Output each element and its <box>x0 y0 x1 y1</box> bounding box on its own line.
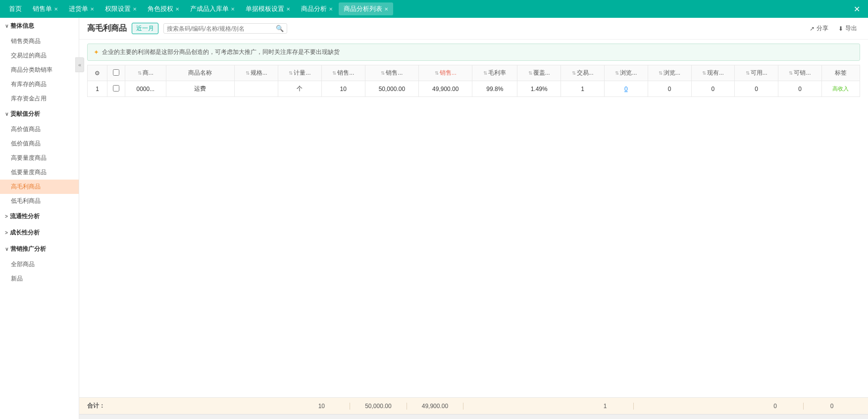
search-box: 🔍 <box>163 23 287 34</box>
col-browse2[interactable]: ⇅浏览... <box>648 65 691 81</box>
share-button[interactable]: ↗ 分享 <box>807 23 831 34</box>
cell-unit: 个 <box>278 81 322 97</box>
sidebar-group-contribution[interactable]: ∨ 贡献值分析 <box>0 106 79 122</box>
footer-cell-stock: 0 <box>747 403 804 410</box>
nav-sales[interactable]: 销售单 ✕ <box>28 2 63 15</box>
sidebar-item-high-margin[interactable]: 高毛利商品 <box>0 180 79 194</box>
content-area: 高毛利商品 近一月 🔍 ↗ 分享 ⬇ 导出 ✦ 企业的主要的利润都是这部分商品创… <box>79 18 868 419</box>
sidebar-item-high-value[interactable]: 高价值商品 <box>0 122 79 137</box>
footer-cell-transactions: 1 <box>577 403 634 410</box>
arrow-liquidity: > <box>5 214 8 219</box>
close-analysis-tab[interactable]: ✕ <box>329 6 333 12</box>
col-settings[interactable]: ⚙ <box>88 65 107 81</box>
sidebar: ∨ 整体信息 销售类商品 交易过的商品 商品分类助销率 有库存的商品 库存资金占… <box>0 18 79 419</box>
footer-cell-profit: 49,900.00 <box>407 403 464 410</box>
col-tag[interactable]: 标签 <box>821 65 860 81</box>
col-current-stock[interactable]: ⇅现有... <box>691 65 735 81</box>
sidebar-item-category-rate[interactable]: 商品分类助销率 <box>0 63 79 77</box>
nav-template[interactable]: 单据模板设置 ✕ <box>241 2 295 15</box>
row-checkbox[interactable] <box>113 85 119 92</box>
window-close-btn[interactable]: ✕ <box>850 4 864 14</box>
sidebar-item-all-goods[interactable]: 全部商品 <box>0 257 79 272</box>
sidebar-group-overall[interactable]: ∨ 整体信息 <box>0 18 79 34</box>
sidebar-item-sales-goods[interactable]: 销售类商品 <box>0 34 79 48</box>
col-checkbox[interactable] <box>107 65 125 81</box>
arrow-overall: ∨ <box>5 23 8 29</box>
search-input[interactable] <box>167 25 274 32</box>
cell-spec <box>235 81 278 97</box>
settings-icon: ⚙ <box>95 70 100 77</box>
sidebar-group-marketing[interactable]: ∨ 营销推广分析 <box>0 241 79 257</box>
sidebar-group-growth[interactable]: > 成长性分析 <box>0 225 79 241</box>
close-permissions-tab[interactable]: ✕ <box>133 6 137 12</box>
sidebar-item-stock-capital[interactable]: 库存资金占用 <box>0 92 79 106</box>
cell-browse2: 0 <box>648 81 691 97</box>
period-button[interactable]: 近一月 <box>132 23 158 34</box>
close-sales-tab[interactable]: ✕ <box>54 6 58 12</box>
cell-transactions: 1 <box>561 81 605 97</box>
cell-checkbox[interactable] <box>107 81 125 97</box>
sidebar-item-traded[interactable]: 交易过的商品 <box>0 48 79 63</box>
footer-summary: 合计： 10 50,000.00 49,900.00 1 0 0 <box>79 397 868 414</box>
table-header-row: ⚙ ⇅商... 商品名称 ⇅规格... ⇅计量... ⇅销售... ⇅销售...… <box>88 65 860 81</box>
export-button[interactable]: ⬇ 导出 <box>835 23 860 34</box>
nav-production[interactable]: 产成品入库单 ✕ <box>185 2 240 15</box>
share-icon: ↗ <box>810 25 815 32</box>
table-wrap[interactable]: ⚙ ⇅商... 商品名称 ⇅规格... ⇅计量... ⇅销售... ⇅销售...… <box>79 65 868 397</box>
nav-analysis[interactable]: 商品分析 ✕ <box>296 2 338 15</box>
table-row: 1 0000... 运费 个 10 50,000.00 49,900.00 99… <box>88 81 860 97</box>
sidebar-item-in-stock[interactable]: 有库存的商品 <box>0 77 79 92</box>
close-purchase-tab[interactable]: ✕ <box>90 6 94 12</box>
horizontal-scrollbar[interactable] <box>79 414 868 419</box>
cell-sales-profit: 49,900.00 <box>419 81 472 97</box>
cell-available: 0 <box>735 81 778 97</box>
export-icon: ⬇ <box>838 25 843 32</box>
col-sales-qty[interactable]: ⇅销售... <box>321 65 365 81</box>
col-available[interactable]: ⇅可用... <box>735 65 778 81</box>
sidebar-item-low-margin[interactable]: 低毛利商品 <box>0 194 79 208</box>
col-browse1[interactable]: ⇅浏览... <box>604 65 648 81</box>
sidebar-item-high-demand[interactable]: 高要量度商品 <box>0 151 79 165</box>
cell-sellable: 0 <box>778 81 822 97</box>
footer-cell-amount: 50,000.00 <box>350 403 407 410</box>
top-nav: 首页 销售单 ✕ 进货单 ✕ 权限设置 ✕ 角色授权 ✕ 产成品入库单 ✕ 单据… <box>0 0 868 18</box>
close-template-tab[interactable]: ✕ <box>286 6 290 12</box>
col-name[interactable]: 商品名称 <box>166 65 235 81</box>
nav-home[interactable]: 首页 <box>4 2 27 15</box>
cell-sales-qty: 10 <box>321 81 365 97</box>
sidebar-item-low-demand[interactable]: 低要量度商品 <box>0 165 79 180</box>
main-layout: ∨ 整体信息 销售类商品 交易过的商品 商品分类助销率 有库存的商品 库存资金占… <box>0 18 868 419</box>
col-transactions[interactable]: ⇅交易... <box>561 65 605 81</box>
sidebar-item-new-goods[interactable]: 新品 <box>0 272 79 286</box>
nav-purchase[interactable]: 进货单 ✕ <box>64 2 99 15</box>
cell-code[interactable]: 0000... <box>125 81 166 97</box>
sidebar-group-liquidity[interactable]: > 流通性分析 <box>0 208 79 225</box>
close-analysis-list-tab[interactable]: ✕ <box>384 6 388 12</box>
arrow-marketing: ∨ <box>5 246 8 252</box>
col-gross-margin[interactable]: ⇅毛利率 <box>472 65 517 81</box>
nav-roles[interactable]: 角色授权 ✕ <box>143 2 184 15</box>
nav-analysis-list[interactable]: 商品分析列表 ✕ <box>339 2 393 15</box>
cell-browse1[interactable]: 0 <box>604 81 648 97</box>
close-roles-tab[interactable]: ✕ <box>175 6 179 12</box>
search-icon[interactable]: 🔍 <box>276 25 284 32</box>
cell-current-stock: 0 <box>691 81 735 97</box>
header-actions: ↗ 分享 ⬇ 导出 <box>807 23 860 34</box>
arrow-growth: > <box>5 230 8 235</box>
col-sales-profit[interactable]: ⇅销售... <box>419 65 472 81</box>
col-spec[interactable]: ⇅规格... <box>235 65 278 81</box>
footer-cell-available: 0 <box>804 403 860 410</box>
close-production-tab[interactable]: ✕ <box>231 6 235 12</box>
nav-permissions[interactable]: 权限设置 ✕ <box>100 2 142 15</box>
sidebar-item-low-value[interactable]: 低价值商品 <box>0 137 79 151</box>
sidebar-collapse-btn[interactable]: « <box>75 57 84 72</box>
col-coverage[interactable]: ⇅覆盖... <box>517 65 561 81</box>
select-all-checkbox[interactable] <box>113 69 119 76</box>
info-banner: ✦ 企业的主要的利润都是这部分商品创造的，可考虑加大推广，同时关注库存是不要出现… <box>87 44 860 61</box>
col-sellable[interactable]: ⇅可销... <box>778 65 822 81</box>
col-sales-amount[interactable]: ⇅销售... <box>365 65 418 81</box>
col-code[interactable]: ⇅商... <box>125 65 166 81</box>
cell-index: 1 <box>88 81 107 97</box>
cell-tag: 高收入 <box>821 81 860 97</box>
col-unit[interactable]: ⇅计量... <box>278 65 322 81</box>
